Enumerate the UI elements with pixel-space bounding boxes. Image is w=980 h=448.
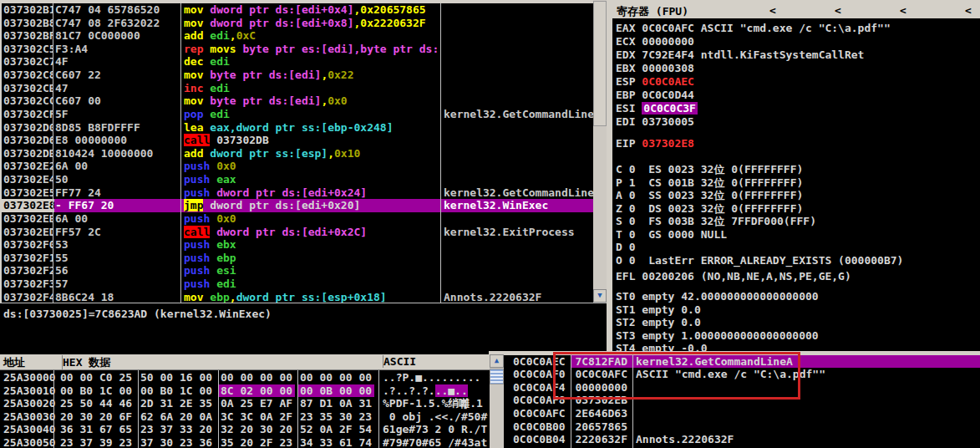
instr-token: push: [184, 252, 216, 264]
dump-row[interactable]: 25A3000000 00 C0 2550 00 16 0000 00 00 0…: [0, 371, 489, 384]
disasm-column-separator: [53, 3, 53, 303]
stack-address: 0C0C0B04: [513, 433, 566, 446]
fpu-register-row: ST1 empty 0.0: [616, 303, 701, 316]
instr-token: mov: [184, 17, 210, 29]
disasm-row[interactable]: 037302E5FF77 24push dword ptr ds:[edi+0x…: [2, 186, 593, 200]
dump-hex-group: 8C 02 00 00: [218, 384, 295, 398]
disasm-bytes: 6A 00: [55, 212, 180, 226]
disasm-instruction: jmp dword ptr ds:[edi+0x20]: [184, 199, 440, 212]
dump-hex-group: 00 B0 1C 00: [58, 384, 135, 398]
dump-scrollbar[interactable]: ▲: [490, 354, 504, 448]
dump-row[interactable]: 25A3002025 50 44 462D 31 2E 350A 25 E7 A…: [0, 397, 489, 410]
dump-scrollbar-thumb[interactable]: [490, 369, 504, 384]
collapse-chevron-icon[interactable]: <: [835, 4, 841, 17]
disasm-address: 037302E5: [3, 186, 53, 200]
disasm-row[interactable]: 037302F48B6C24 18mov ebp,dword ptr ss:[e…: [2, 291, 593, 304]
instr-token: 0x2220632F: [360, 17, 425, 29]
instr-token: 0x0: [328, 94, 347, 107]
fpu-register-row: ST2 empty 0.0: [616, 316, 701, 328]
instr-token: dword ptr ds:[edi+0x24]: [216, 186, 367, 199]
disasm-bytes: 5F: [55, 108, 180, 121]
disasm-row[interactable]: 037302F155push ebp: [2, 252, 593, 265]
collapse-chevron-icon[interactable]: <: [965, 4, 972, 17]
registers-titlebar[interactable]: 寄存器 (FPU) <<<<: [612, 3, 980, 18]
disasm-row[interactable]: 037302F256push esi: [2, 264, 593, 277]
instr-token: add: [184, 147, 210, 160]
collapse-chevron-icon[interactable]: <: [769, 4, 776, 17]
stack-row[interactable]: 0C0C0AFC2E646D63: [508, 407, 980, 420]
disasm-row[interactable]: 037302C74Fdec edi: [2, 55, 593, 69]
instr-token: dword ptr ds:[edi+0x4]: [210, 3, 353, 16]
register-value: 0C0C0C3F: [642, 102, 698, 115]
disasm-row[interactable]: 037302E8- FF67 20jmp dword ptr ds:[edi+0…: [2, 199, 593, 212]
register-value: 037302E8: [642, 137, 694, 150]
disasm-row[interactable]: 037302EB6A 00push 0x0: [2, 212, 593, 226]
dump-hex-group: 36 31 67 65: [58, 423, 135, 436]
disasm-row[interactable]: 037302F053push ebx: [2, 238, 593, 252]
register-row: EBP 0C0C0D44: [616, 89, 694, 101]
disasm-row[interactable]: 037302F357push edi: [2, 277, 593, 291]
stack-row[interactable]: 0C0C0B042220632FAnnots.2220632F: [508, 433, 980, 446]
disasm-row[interactable]: 037302D6E8 00000000call 037302DB: [2, 134, 593, 147]
dump-column-separator: [297, 370, 298, 448]
disasm-instruction: push eax: [184, 173, 440, 186]
collapse-chevron-icon[interactable]: <: [900, 4, 906, 17]
dump-row[interactable]: 25A3001000 B0 1C 0000 B0 1C 008C 02 00 0…: [0, 384, 489, 398]
dump-hex-group: 3C 3C 0A 2F: [218, 410, 295, 424]
instr-token: call: [184, 226, 210, 238]
register-comment: ntdll.KiFastSystemCallRet: [694, 48, 865, 61]
stack-row[interactable]: 0C0C0B0020657865: [508, 420, 980, 434]
dump-row[interactable]: 25A3005023 37 39 2337 30 23 3635 20 2F 2…: [0, 436, 489, 448]
stack-value: 2220632F: [575, 433, 627, 446]
disasm-row[interactable]: 037302BF81C7 0C000000add edi,0xC: [2, 29, 593, 43]
register-name: EDI: [616, 115, 642, 128]
instr-token: edi: [216, 277, 236, 290]
disasm-instruction: dec edi: [184, 55, 440, 69]
instr-token: eax,dword ptr ss:[ebp-0x248]: [210, 121, 393, 134]
disasm-row[interactable]: 037302C5F3:A4rep movs byte ptr es:[edi],…: [2, 43, 593, 56]
disasm-instruction: push 0x0: [184, 212, 440, 226]
dump-hex-group: 25 50 44 46: [58, 397, 135, 410]
disasm-row[interactable]: 037302CB47inc edi: [2, 82, 593, 95]
disasm-row[interactable]: 037302B8C747 08 2F632022mov dword ptr ds…: [2, 17, 593, 30]
disasm-instruction: call dword ptr ds:[edi+0x2C]: [184, 226, 440, 239]
dump-ascii-segment: 61ge#73 2 0 R./T: [383, 423, 487, 435]
register-row: EAX 0C0C0AFC ASCII "cmd.exe /c "C:\a.pdf…: [616, 22, 891, 34]
disasm-bytes: 6A 00: [55, 160, 180, 173]
disasm-row[interactable]: 037302DB810424 10000000add dword ptr ss:…: [2, 147, 593, 160]
dump-hex-group: 00 00 00 00: [297, 371, 374, 384]
instr-token: add: [184, 29, 210, 42]
register-name: EIP: [616, 137, 642, 150]
disasm-row[interactable]: 037302E450push eax: [2, 173, 593, 186]
disasm-row[interactable]: 037302D08D85 B8FDFFFFlea eax,dword ptr s…: [2, 121, 593, 135]
dump-row[interactable]: 25A3004036 31 67 6523 37 33 2032 20 30 2…: [0, 423, 489, 436]
disasm-address: 037302CF: [3, 108, 53, 121]
dump-hex-group: 87 D1 0A 31: [297, 397, 374, 410]
dump-hex-group: 00 00 00 00: [218, 371, 295, 384]
register-row: ESI 0C0C0C3F: [616, 102, 698, 115]
dump-row[interactable]: 25A3003020 30 20 6F62 6A 20 0A3C 3C 0A 2…: [0, 410, 489, 424]
instr-token: edi: [210, 108, 229, 120]
register-value: 7C92E4F4: [642, 48, 694, 61]
disasm-row[interactable]: 037302B1C747 04 65786520mov dword ptr ds…: [2, 3, 593, 17]
instr-token: rep: [184, 43, 210, 55]
disasm-scrollbar[interactable]: ▼: [593, 0, 607, 303]
disasm-row[interactable]: 037302C8C607 22mov byte ptr ds:[edi],0x2…: [2, 69, 593, 82]
disasm-comment: kernel32.WinExec: [444, 199, 594, 212]
scroll-up-icon[interactable]: ▲: [490, 354, 504, 368]
instr-token: 037302DB: [210, 134, 268, 146]
disasm-row[interactable]: 037302E26A 00push 0x0: [2, 160, 593, 173]
disasm-row[interactable]: 037302CF5Fpop edikernel32.GetCommandLine…: [2, 108, 593, 121]
instr-token: dword ptr ss:[esp+0x18]: [236, 291, 387, 303]
disasm-row[interactable]: 037302EDFF57 2Ccall dword ptr ds:[edi+0x…: [2, 226, 593, 239]
dump-address: 25A30000: [3, 371, 56, 384]
instr-token: 0x10: [334, 147, 360, 160]
scroll-down-icon[interactable]: ▼: [593, 289, 607, 303]
pane-separator-vertical[interactable]: [607, 0, 612, 354]
dump-ascii: ..?P.■.........: [383, 371, 480, 384]
disasm-instruction: lea eax,dword ptr ss:[ebp-0x248]: [184, 121, 440, 135]
dump-address: 25A30030: [3, 410, 56, 424]
dump-hex-group: 35 20 2F 23: [218, 436, 295, 448]
disasm-row[interactable]: 037302CCC607 00mov byte ptr ds:[edi],0x0: [2, 94, 593, 108]
disasm-scrollbar-thumb[interactable]: [593, 1, 607, 126]
